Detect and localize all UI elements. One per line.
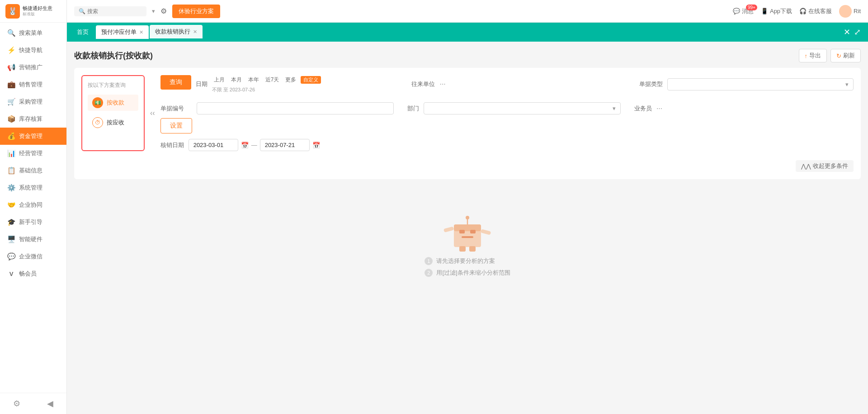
sidebar-item-basic[interactable]: 📋 基础信息 — [0, 162, 66, 179]
app-download-btn[interactable]: 📱 App下载 — [761, 7, 792, 15]
sidebar-item-wechat[interactable]: 💬 企业微信 — [0, 248, 66, 265]
empty-illustration — [440, 206, 495, 252]
tab-receipt-verify-label: 收款核销执行 — [155, 28, 190, 36]
setting-button[interactable]: 设置 — [160, 118, 192, 133]
dept-select[interactable]: ▾ — [424, 102, 621, 114]
sidebar-label-search: 搜索菜单 — [19, 29, 42, 37]
topbar-right: 💬 消息 99+ 📱 App下载 🎧 在线客服 Rit — [733, 5, 861, 18]
tip-text-2: 用[过滤]条件来缩小分析范围 — [436, 269, 510, 277]
export-button[interactable]: ↑ 导出 — [799, 49, 827, 62]
filter-type-title: 按以下方案查询 — [88, 81, 138, 89]
export-icon: ↑ — [805, 52, 808, 59]
sidebar-item-marketing[interactable]: 📢 营销推广 — [0, 59, 66, 76]
refresh-button[interactable]: ↻ 刷新 — [830, 49, 861, 62]
sidebar-label-basic: 基础信息 — [19, 167, 42, 175]
filter-row-3: 核销日期 📅 — 📅 — [160, 139, 854, 151]
svg-rect-1 — [454, 224, 481, 231]
sidebar-label-vip: 畅会员 — [19, 270, 37, 278]
tab-prepayment[interactable]: 预付冲应付单 ✕ — [96, 25, 149, 39]
collapse-bar: ⋀⋀ 收起更多条件 — [81, 160, 854, 172]
collapse-arrow[interactable]: ‹‹ — [150, 75, 155, 151]
date-btn-more[interactable]: 更多 — [283, 75, 298, 85]
sidebar-bottom: ⚙ ◀︎ — [0, 393, 66, 414]
collapse-more-btn[interactable]: ⋀⋀ 收起更多条件 — [796, 160, 854, 172]
filter-type-selector: 按以下方案查询 💵 按收款 ⏱ 按应收 — [81, 75, 145, 151]
sidebar-label-finance: 资金管理 — [19, 132, 42, 140]
sidebar-item-guide[interactable]: 🎓 新手引导 — [0, 214, 66, 231]
sidebar-item-search[interactable]: 🔍 搜索菜单 — [0, 24, 66, 42]
date-btn-this-month[interactable]: 本月 — [229, 75, 244, 85]
collapse-up-icon: ⋀⋀ — [801, 163, 811, 170]
solution-button[interactable]: 休验行业方案 — [172, 5, 220, 18]
receipt-option-label: 按收款 — [107, 99, 124, 107]
sidebar-label-system: 系统管理 — [19, 184, 42, 192]
sidebar-item-purchase[interactable]: 🛒 采购管理 — [0, 93, 66, 110]
date-col: 上月 本月 本年 近7天 更多 自定义 不限 至 2023-07-26 — [212, 75, 398, 93]
sidebar-item-collab[interactable]: 🤝 企业协同 — [0, 196, 66, 214]
query-button[interactable]: 查询 — [160, 75, 191, 90]
doc-type-select[interactable]: ▾ — [667, 78, 854, 90]
message-btn[interactable]: 💬 消息 99+ — [733, 7, 754, 15]
vip-icon: V — [7, 270, 15, 278]
topbar-gear-icon[interactable]: ⚙ — [160, 7, 167, 15]
tab-home-label: 首页 — [77, 28, 89, 36]
svg-rect-3 — [470, 230, 476, 233]
app-edition: 标准版 — [23, 11, 52, 17]
sidebar-label-inventory: 库存核算 — [19, 115, 42, 123]
verify-date-start-cal[interactable]: 📅 — [241, 142, 249, 149]
date-btn-this-year[interactable]: 本年 — [246, 75, 261, 85]
tab-home[interactable]: 首页 — [71, 25, 95, 39]
tab-receipt-verify[interactable]: 收款核销执行 ✕ — [150, 25, 203, 39]
tip-num-2: 2 — [425, 269, 433, 277]
sidebar-item-sales[interactable]: 💼 销售管理 — [0, 76, 66, 93]
settings-bottom-icon[interactable]: ⚙ — [9, 397, 24, 410]
date-sub-text: 不限 至 2023-07-26 — [212, 86, 255, 93]
verify-date-end-cal[interactable]: 📅 — [312, 142, 320, 149]
sidebar-item-vip[interactable]: V 畅会员 — [0, 265, 66, 282]
svg-point-10 — [466, 216, 469, 219]
svg-rect-8 — [469, 246, 476, 252]
user-avatar-btn[interactable]: Rit — [839, 5, 861, 18]
date-btn-7days[interactable]: 近7天 — [264, 75, 281, 85]
collapse-sidebar-icon[interactable]: ◀︎ — [43, 397, 57, 410]
date-btn-last-month[interactable]: 上月 — [212, 75, 226, 85]
topbar-dropdown-arrow[interactable]: ▾ — [152, 8, 155, 14]
management-icon: 📊 — [7, 149, 15, 157]
topbar-search-input[interactable] — [87, 8, 137, 14]
sidebar-item-system[interactable]: ⚙️ 系统管理 — [0, 179, 66, 196]
verify-date-start-input[interactable] — [189, 139, 238, 151]
filter-main: 按以下方案查询 💵 按收款 ⏱ 按应收 ‹‹ — [81, 75, 854, 151]
page-actions: ↑ 导出 ↻ 刷新 — [799, 49, 861, 62]
dept-label: 部门 — [407, 105, 419, 113]
tabs-actions: ✕ ⤢ — [844, 27, 864, 37]
close-all-tabs-icon[interactable]: ✕ — [844, 27, 850, 37]
sidebar-label-wechat: 企业微信 — [19, 252, 42, 261]
doc-no-input[interactable] — [197, 102, 394, 114]
sidebar-item-shortcuts[interactable]: ⚡ 快捷导航 — [0, 42, 66, 59]
wechat-icon: 💬 — [7, 252, 15, 261]
filter-by-receipt[interactable]: 💵 按收款 — [88, 95, 138, 111]
sidebar-item-inventory[interactable]: 📦 库存核算 — [0, 110, 66, 128]
filter-wrapper: 按以下方案查询 💵 按收款 ⏱ 按应收 ‹‹ — [74, 68, 861, 179]
sidebar-label-purchase: 采购管理 — [19, 98, 42, 106]
sidebar: 🐰 畅捷通好生意 标准版 🔍 搜索菜单 ⚡ 快捷导航 📢 营销推广 💼 销售管理… — [0, 0, 67, 414]
online-service-btn[interactable]: 🎧 在线客服 — [799, 7, 832, 15]
app-logo: 🐰 畅捷通好生意 标准版 — [0, 0, 66, 23]
collapse-arrow-icon[interactable]: ‹‹ — [150, 109, 155, 117]
empty-state: 1 请先选择要分析的方案 2 用[过滤]条件来缩小分析范围 — [74, 179, 861, 304]
expand-icon[interactable]: ⤢ — [854, 27, 861, 37]
empty-tips: 1 请先选择要分析的方案 2 用[过滤]条件来缩小分析范围 — [425, 257, 510, 277]
tab-prepayment-close[interactable]: ✕ — [139, 29, 143, 35]
sidebar-item-management[interactable]: 📊 经营管理 — [0, 145, 66, 162]
filter-by-receivable[interactable]: ⏱ 按应收 — [88, 114, 138, 131]
verify-date-end-input[interactable] — [260, 139, 310, 151]
sidebar-item-hardware[interactable]: 🖥️ 智能硬件 — [0, 231, 66, 248]
date-custom-badge[interactable]: 自定义 — [301, 76, 321, 84]
sidebar-item-finance[interactable]: 💰 资金管理 — [0, 128, 66, 145]
date-label: 日期 — [196, 80, 208, 88]
message-badge: 99+ — [746, 5, 757, 10]
topbar-search-box[interactable]: 🔍 — [74, 6, 146, 16]
app-download-label: App下载 — [770, 7, 792, 15]
collab-icon: 🤝 — [7, 201, 15, 209]
tab-receipt-verify-close[interactable]: ✕ — [193, 29, 197, 35]
